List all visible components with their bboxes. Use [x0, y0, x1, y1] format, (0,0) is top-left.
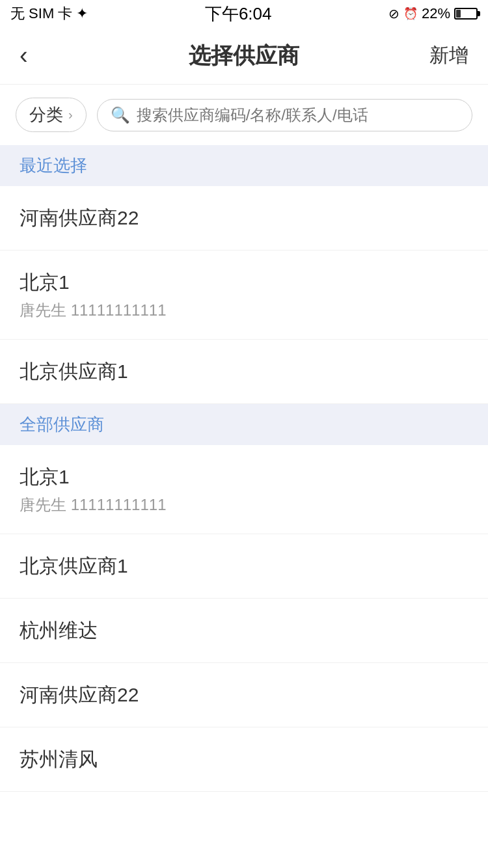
battery-percent: 22% — [422, 5, 450, 22]
list-item[interactable]: 河南供应商22 — [0, 663, 488, 727]
filter-row: 分类 › 🔍 — [0, 85, 488, 145]
item-name: 北京1 — [20, 269, 468, 296]
sim-label: 无 SIM 卡 ✦ — [10, 4, 88, 23]
location-icon: ⊘ — [388, 6, 400, 21]
search-input[interactable] — [137, 106, 459, 124]
search-bar[interactable]: 🔍 — [97, 99, 472, 131]
category-label: 分类 — [29, 103, 63, 126]
item-name: 河南供应商22 — [20, 204, 468, 232]
item-name: 北京供应商1 — [20, 552, 468, 580]
item-name: 北京1 — [20, 463, 468, 491]
all-header-label: 全部供应商 — [20, 414, 104, 434]
list-item[interactable]: 北京供应商1 — [0, 534, 488, 599]
item-sub: 唐先生 11111111111 — [20, 300, 468, 321]
item-sub: 唐先生 11111111111 — [20, 495, 468, 515]
all-items-list: 北京1唐先生 11111111111北京供应商1杭州维达河南供应商22苏州清风 — [0, 445, 488, 792]
item-name: 北京供应商1 — [20, 358, 468, 385]
search-icon: 🔍 — [111, 106, 130, 124]
item-name: 苏州清风 — [20, 746, 468, 773]
recent-section-header: 最近选择 — [0, 145, 488, 186]
new-button[interactable]: 新增 — [429, 42, 468, 69]
status-bar: 无 SIM 卡 ✦ 下午6:04 ⊘ ⏰ 22% — [0, 0, 488, 27]
status-left: 无 SIM 卡 ✦ — [10, 4, 88, 23]
list-item[interactable]: 北京1唐先生 11111111111 — [0, 445, 488, 534]
alarm-icon: ⏰ — [403, 7, 418, 21]
recent-header-label: 最近选择 — [20, 156, 87, 175]
list-item[interactable]: 苏州清风 — [0, 727, 488, 792]
battery-icon — [454, 8, 478, 20]
back-button[interactable]: ‹ — [20, 42, 59, 70]
item-name: 河南供应商22 — [20, 681, 468, 709]
list-item[interactable]: 河南供应商22 — [0, 186, 488, 251]
list-item[interactable]: 北京供应商1 — [0, 340, 488, 404]
item-name: 杭州维达 — [20, 617, 468, 644]
recent-items-list: 河南供应商22北京1唐先生 11111111111北京供应商1 — [0, 186, 488, 404]
all-section-header: 全部供应商 — [0, 404, 488, 445]
page-title: 选择供应商 — [189, 41, 299, 71]
category-filter[interactable]: 分类 › — [16, 98, 87, 132]
status-time: 下午6:04 — [205, 3, 272, 25]
list-item[interactable]: 杭州维达 — [0, 599, 488, 663]
list-item[interactable]: 北京1唐先生 11111111111 — [0, 251, 488, 340]
status-right: ⊘ ⏰ 22% — [388, 5, 478, 22]
nav-bar: ‹ 选择供应商 新增 — [0, 27, 488, 85]
chevron-right-icon: › — [68, 107, 73, 122]
